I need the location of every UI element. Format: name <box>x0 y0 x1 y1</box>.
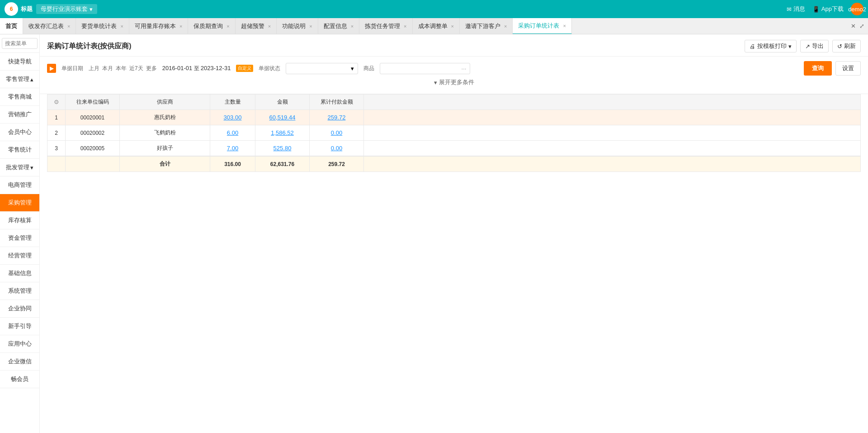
logo: 6 标题 <box>5 2 33 16</box>
sidebar-item-enterprise[interactable]: 企业协同 <box>0 300 39 318</box>
tab-peizhi[interactable]: 配置信息 × <box>318 18 359 34</box>
tab-caigou[interactable]: 采购订单统计表 × <box>513 18 571 34</box>
tab-yaohuo[interactable]: 要货单统计表 × <box>76 18 129 34</box>
export-icon: ↗ <box>805 43 810 50</box>
org-selector[interactable]: 母婴行业演示账套 ▾ <box>36 4 97 14</box>
content-area: 采购订单统计表(按供应商) 🖨 按模板打印 ▾ ↗ 导出 ↺ 刷新 <box>40 34 868 433</box>
chevron-down-icon: ▴ <box>30 76 33 83</box>
tab-gongneng[interactable]: 功能说明 × <box>277 18 318 34</box>
tab-shoufa-label: 收发存汇总表 <box>28 22 64 30</box>
tab-baozhiqi-close[interactable]: × <box>226 24 229 29</box>
avatar[interactable]: demo2 <box>851 3 863 15</box>
sidebar-item-vip[interactable]: 畅会员 <box>0 371 39 388</box>
settings-button[interactable]: 设置 <box>835 61 861 76</box>
sidebar-item-retail-mall[interactable]: 零售商城 <box>0 88 39 106</box>
tab-kucun-label: 可用量库存账本 <box>135 22 176 30</box>
sidebar-member-label: 会员中心 <box>8 128 32 135</box>
tab-home[interactable]: 首页 <box>0 18 23 34</box>
shortcut-this-year[interactable]: 本年 <box>116 65 127 72</box>
filter-toggle-button[interactable]: ▶ <box>47 64 56 73</box>
tab-peizhi-label: 配置信息 <box>324 22 347 30</box>
tab-yaoqing-label: 邀请下游客户 <box>465 22 500 30</box>
shortcut-7days[interactable]: 近7天 <box>129 65 143 72</box>
sidebar-item-basic-info[interactable]: 基础信息 <box>0 265 39 282</box>
sidebar-item-ecommerce[interactable]: 电商管理 <box>0 176 39 194</box>
col-header-extra <box>364 95 861 110</box>
sidebar-item-wechat[interactable]: 企业微信 <box>0 353 39 371</box>
sidebar-search-area <box>0 34 39 53</box>
sidebar: 快捷导航 零售管理 ▴ 零售商城 营销推广 会员中心 零售统计 批发管理 ▾ 电… <box>0 34 40 433</box>
sidebar-item-operations[interactable]: 经营管理 <box>0 247 39 265</box>
sidebar-item-retail-stats[interactable]: 零售统计 <box>0 141 39 159</box>
expand-more-button[interactable]: ▾ 展开更多条件 <box>47 76 861 89</box>
refresh-icon: ↺ <box>837 43 842 50</box>
sidebar-item-marketing[interactable]: 营销推广 <box>0 106 39 124</box>
cell-qty: 303.00 <box>210 110 255 125</box>
main-layout: 快捷导航 零售管理 ▴ 零售商城 营销推广 会员中心 零售统计 批发管理 ▾ 电… <box>0 34 868 433</box>
sidebar-item-finance[interactable]: 资金管理 <box>0 229 39 247</box>
tab-caigou-close[interactable]: × <box>563 23 566 29</box>
app-download-button[interactable]: 📱 App下载 <box>812 5 844 13</box>
shortcut-this-month[interactable]: 本月 <box>102 65 113 72</box>
goods-input-dots[interactable]: ··· <box>462 65 467 72</box>
logo-icon: 6 <box>5 2 18 16</box>
tab-expand-icon[interactable]: ⤢ <box>859 23 864 29</box>
sidebar-item-inventory[interactable]: 库存核算 <box>0 212 39 229</box>
tab-shoufa[interactable]: 收发存汇总表 × <box>23 18 76 34</box>
tab-close-all-icon[interactable]: ✕ <box>851 23 856 29</box>
tab-chengben[interactable]: 成本调整单 × <box>413 18 460 34</box>
chevron-down-icon: ▾ <box>30 164 33 171</box>
message-button[interactable]: ✉ 消息 <box>787 5 805 13</box>
tab-tuohuo[interactable]: 拣货任务管理 × <box>359 18 412 34</box>
refresh-button[interactable]: ↺ 刷新 <box>832 40 861 52</box>
gear-icon[interactable]: ⚙ <box>54 99 59 105</box>
sidebar-item-wholesale[interactable]: 批发管理 ▾ <box>0 159 39 176</box>
tab-yaoqing[interactable]: 邀请下游客户 × <box>460 18 513 34</box>
table-row[interactable]: 3 00020005 好孩子 7.00 525.80 0.00 <box>47 141 861 157</box>
tab-chaochubao-close[interactable]: × <box>268 24 271 29</box>
col-header-supplier: 供应商 <box>120 95 210 110</box>
table-area: ⚙ 往来单位编码 供应商 主数量 金额 累计付款金额 1 00020001 <box>40 94 868 433</box>
query-button[interactable]: 查询 <box>804 61 832 76</box>
export-button[interactable]: ↗ 导出 <box>800 40 829 52</box>
sidebar-item-system[interactable]: 系统管理 <box>0 282 39 300</box>
tab-baozhiqi[interactable]: 保质期查询 × <box>188 18 235 34</box>
shortcut-more[interactable]: 更多 <box>146 65 157 72</box>
tab-yaohuo-close[interactable]: × <box>120 24 123 29</box>
tab-chengben-close[interactable]: × <box>451 24 454 29</box>
sidebar-finance-label: 资金管理 <box>8 234 32 241</box>
top-actions: ✉ 消息 📱 App下载 demo2 <box>787 3 863 15</box>
tab-tuohuo-label: 拣货任务管理 <box>365 22 400 30</box>
tab-kucun[interactable]: 可用量库存账本 × <box>129 18 188 34</box>
logo-text: 标题 <box>21 5 33 13</box>
shortcut-last-month[interactable]: 上月 <box>89 65 99 72</box>
print-button[interactable]: 🖨 按模板打印 ▾ <box>745 40 797 52</box>
date-range-display: 2016-01-01 至 2023-12-31 <box>162 65 231 72</box>
tab-yaoqing-close[interactable]: × <box>504 24 507 29</box>
sidebar-item-purchase[interactable]: 采购管理 <box>0 194 39 212</box>
sidebar-ecommerce-label: 电商管理 <box>8 181 32 188</box>
tab-bar: 首页 收发存汇总表 × 要货单统计表 × 可用量库存账本 × 保质期查询 × 超… <box>0 18 868 34</box>
tab-chaochubao[interactable]: 超储预警 × <box>236 18 277 34</box>
sidebar-item-quicknav[interactable]: 快捷导航 <box>0 53 39 71</box>
cell-amount: 525.80 <box>255 141 310 157</box>
search-input[interactable] <box>2 38 38 49</box>
tab-gongneng-close[interactable]: × <box>309 24 312 29</box>
tab-gongneng-label: 功能说明 <box>282 22 306 30</box>
sidebar-item-newbie[interactable]: 新手引导 <box>0 318 39 335</box>
goods-input[interactable]: ··· <box>380 63 470 74</box>
sidebar-wechat-label: 企业微信 <box>8 358 32 365</box>
page-title: 采购订单统计表(按供应商) <box>47 42 132 51</box>
status-select[interactable]: ▾ <box>286 63 358 74</box>
sidebar-enterprise-label: 企业协同 <box>8 305 32 312</box>
tab-home-label: 首页 <box>5 22 17 30</box>
table-row[interactable]: 2 00020002 飞鹤奶粉 6.00 1,586.52 0.00 <box>47 125 861 141</box>
tab-peizhi-close[interactable]: × <box>351 24 354 29</box>
tab-kucun-close[interactable]: × <box>179 24 182 29</box>
tab-tuohuo-close[interactable]: × <box>404 24 406 29</box>
table-row[interactable]: 1 00020001 惠氏奶粉 303.00 60,519.44 259.72 <box>47 110 861 125</box>
tab-shoufa-close[interactable]: × <box>67 24 70 29</box>
sidebar-item-retail-mgmt[interactable]: 零售管理 ▴ <box>0 71 39 88</box>
sidebar-item-apps[interactable]: 应用中心 <box>0 335 39 353</box>
sidebar-item-member[interactable]: 会员中心 <box>0 124 39 141</box>
